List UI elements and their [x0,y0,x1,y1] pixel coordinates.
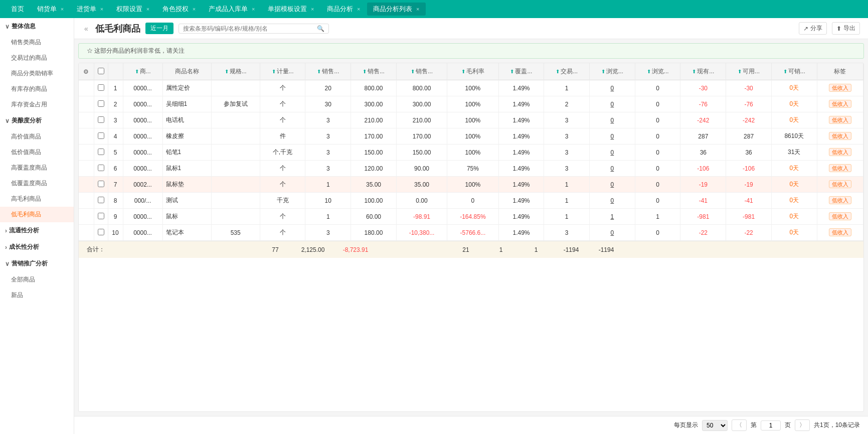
row-browse1-9[interactable]: 0 [590,225,635,241]
nav-sales-close[interactable]: × [61,6,64,12]
row-browse1-8[interactable]: 1 [590,209,635,225]
row-browse1-7[interactable]: 0 [590,193,635,209]
nav-goods-analysis-close[interactable]: × [357,6,360,12]
col-unit[interactable]: ⬆计量... [260,63,305,80]
sidebar-item-high-value[interactable]: 高价值商品 [0,129,74,144]
search-input[interactable] [183,25,317,32]
sidebar-group-liquidity[interactable]: › 流通性分析 [0,222,74,239]
col-tag[interactable]: 标签 [817,63,863,80]
nav-goods-analysis[interactable]: 商品分析 × [321,3,366,16]
row-checkbox-5[interactable] [94,161,108,177]
row-browse1-0[interactable]: 0 [590,80,635,96]
row-browse1-4[interactable]: 0 [590,144,635,161]
col-code[interactable]: ⬆商... [123,63,162,80]
footer-available: -1194 [591,246,621,253]
nav-sales[interactable]: 销货单 × [31,3,70,16]
row-browse1-6[interactable]: 0 [590,177,635,193]
nav-product-entry[interactable]: 产成品入库单 × [203,3,261,16]
row-checkbox-1[interactable] [94,96,108,112]
row-checkbox-7[interactable] [94,193,108,209]
row-gross-rate-5: 75% [447,161,498,177]
nav-role[interactable]: 角色授权 × [156,3,202,16]
row-current-stock-7: -41 [680,193,726,209]
row-checkbox-3[interactable] [94,128,108,144]
row-settings-6 [79,177,94,193]
col-coverage[interactable]: ⬆覆盖... [498,63,544,80]
sidebar-group-beauty[interactable]: ∨ 美酿度分析 [0,112,74,129]
search-icon[interactable]: 🔍 [317,25,324,32]
col-sale-qty[interactable]: ⬆销售... [305,63,351,80]
nav-template[interactable]: 单据模板设置 × [262,3,320,16]
row-browse1-5[interactable]: 0 [590,161,635,177]
row-browse1-2[interactable]: 0 [590,112,635,128]
row-sale-qty-3: 3 [305,128,351,144]
row-coverage-9: 1.49% [498,225,544,241]
table-container[interactable]: ⚙ ⬆商... 商品名称 ⬆规格... ⬆计量... ⬆销售... ⬆销售...… [78,63,864,412]
prev-page-btn[interactable]: 〈 [732,419,747,431]
row-checkbox-0[interactable] [94,80,108,96]
row-gross-rate-9: -5766.6... [447,225,498,241]
row-browse1-1[interactable]: 0 [590,96,635,112]
sidebar-item-in-stock[interactable]: 有库存的商品 [0,81,74,97]
row-unit-0: 个 [260,80,305,96]
col-sellable[interactable]: ⬆可销... [771,63,817,80]
row-name-3: 橡皮擦 [162,128,211,144]
col-name[interactable]: 商品名称 [162,63,211,80]
sidebar-item-low-coverage[interactable]: 低覆盖度商品 [0,176,74,191]
sidebar-item-sales-goods[interactable]: 销售类商品 [0,35,74,50]
nav-permission[interactable]: 权限设置 × [110,3,155,16]
row-code-5: 0000... [123,161,162,177]
col-checkbox[interactable] [94,63,108,80]
row-checkbox-6[interactable] [94,177,108,193]
sidebar-collapse-btn[interactable]: « [82,25,90,33]
sidebar-item-low-margin[interactable]: 低毛利商品 [0,207,74,222]
nav-product-entry-close[interactable]: × [252,6,255,12]
row-checkbox-9[interactable] [94,225,108,241]
sidebar-item-high-coverage[interactable]: 高覆盖度商品 [0,160,74,176]
page-number-input[interactable] [761,420,781,430]
sidebar-item-traded-goods[interactable]: 交易过的商品 [0,50,74,66]
export-btn[interactable]: ⬆ 导出 [832,22,860,35]
row-browse1-3[interactable]: 0 [590,128,635,144]
sidebar-group-growth[interactable]: › 成长性分析 [0,239,74,255]
nav-purchase[interactable]: 进货单 × [71,3,109,16]
col-gross-rate[interactable]: ⬆毛利率 [447,63,498,80]
nav-home[interactable]: 首页 [5,3,30,16]
select-all-checkbox[interactable] [98,68,104,74]
nav-goods-analysis-list-close[interactable]: × [416,6,419,12]
row-checkbox-2[interactable] [94,112,108,128]
col-sale-amount[interactable]: ⬆销售... [351,63,397,80]
col-current-stock[interactable]: ⬆现有... [680,63,726,80]
col-browse2[interactable]: ⬆浏览... [635,63,680,80]
row-coverage-7: 1.49% [498,193,544,209]
col-spec[interactable]: ⬆规格... [211,63,260,80]
nav-purchase-close[interactable]: × [100,6,103,12]
sidebar-group-marketing[interactable]: ∨ 营销推广分析 [0,255,74,272]
sidebar-group-overall[interactable]: ∨ 整体信息 [0,18,74,35]
nav-permission-close[interactable]: × [146,6,149,12]
row-tag-0: 低收入 [817,80,863,96]
date-filter-btn[interactable]: 近一月 [145,23,173,34]
sidebar-item-low-value[interactable]: 低价值商品 [0,144,74,160]
sidebar-item-high-margin[interactable]: 高毛利商品 [0,191,74,207]
col-available[interactable]: ⬆可用... [726,63,772,80]
col-sale-profit[interactable]: ⬆销售... [396,63,447,80]
share-btn[interactable]: ↗ 分享 [799,22,827,35]
sidebar-item-new-goods[interactable]: 新品 [0,287,74,303]
row-checkbox-4[interactable] [94,144,108,161]
content-area: « 低毛利商品 近一月 🔍 ↗ 分享 ⬆ 导出 ☆ 这部分商品的利润非常低，请关… [74,18,868,434]
row-spec-7 [211,193,260,209]
nav-template-close[interactable]: × [311,6,314,12]
col-settings[interactable]: ⚙ [79,63,94,80]
sidebar-item-stock-capital[interactable]: 库存资金占用 [0,97,74,112]
sidebar-item-category-rate[interactable]: 商品分类助销率 [0,66,74,81]
page-size-select[interactable]: 50 10 20 100 [702,420,728,431]
sidebar-item-all-goods[interactable]: 全部商品 [0,272,74,287]
next-page-btn[interactable]: 〉 [795,419,810,431]
nav-goods-analysis-list[interactable]: 商品分析列表 × [367,3,425,16]
row-checkbox-8[interactable] [94,209,108,225]
col-browse1[interactable]: ⬆浏览... [590,63,635,80]
row-name-6: 鼠标垫 [162,177,211,193]
nav-role-close[interactable]: × [193,6,196,12]
col-trade[interactable]: ⬆交易... [544,63,590,80]
